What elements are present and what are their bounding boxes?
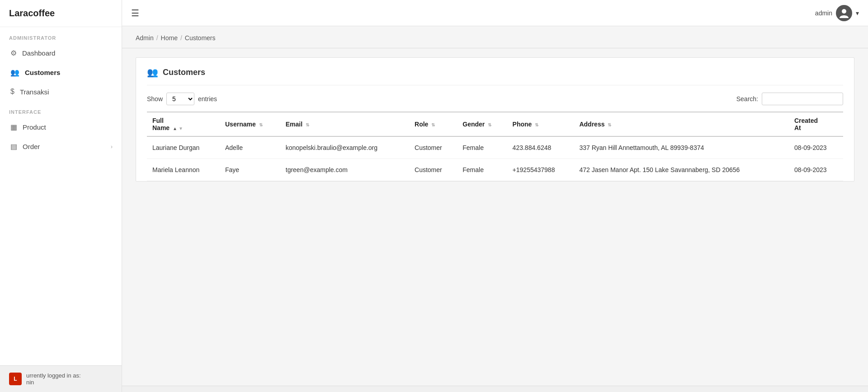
search-label: Search: xyxy=(736,95,758,103)
sidebar-item-dashboard[interactable]: ⚙ Dashboard xyxy=(0,43,122,63)
customers-card: 👥 Customers Show 5 10 25 50 100 entries xyxy=(136,57,854,182)
sort-icon-email: ⇅ xyxy=(306,122,309,127)
sidebar-footer-text: urrently logged in as: nin xyxy=(26,372,81,386)
sidebar-item-label: Product xyxy=(23,123,46,131)
col-username[interactable]: Username ⇅ xyxy=(220,112,280,136)
entries-label: entries xyxy=(198,95,217,103)
sidebar-section-label-interface: INTERFACE xyxy=(0,101,122,117)
sort-icon-phone: ⇅ xyxy=(535,122,538,127)
table-controls: Show 5 10 25 50 100 entries Search: xyxy=(147,93,843,105)
card-header: 👥 Customers xyxy=(147,67,843,85)
sort-icon-role: ⇅ xyxy=(431,122,435,127)
cell-email: tgreen@example.com xyxy=(280,159,409,181)
col-email[interactable]: Email ⇅ xyxy=(280,112,409,136)
order-icon: ▤ xyxy=(10,142,17,151)
show-label: Show xyxy=(147,95,163,103)
sidebar-item-label: Dashboard xyxy=(22,49,55,57)
content-area: Admin / Home / Customers 👥 Customers Sho… xyxy=(122,26,868,386)
cell-created-at: 08-09-2023 xyxy=(789,159,843,181)
sort-icon-username: ⇅ xyxy=(259,122,263,127)
cell-gender: Female xyxy=(457,159,507,181)
col-phone[interactable]: Phone ⇅ xyxy=(507,112,574,136)
col-role[interactable]: Role ⇅ xyxy=(409,112,457,136)
sidebar-item-transaksi[interactable]: $ Transaksi xyxy=(0,82,122,101)
table-row: Lauriane Durgan Adelle konopelski.brauli… xyxy=(147,136,843,159)
sort-down-icon: ▼ xyxy=(179,126,183,131)
product-icon: ▦ xyxy=(10,123,17,131)
avatar xyxy=(836,5,852,21)
sidebar-item-label: Order xyxy=(23,143,40,150)
breadcrumb-bar: Admin / Home / Customers xyxy=(122,26,868,48)
table-row: Mariela Leannon Faye tgreen@example.com … xyxy=(147,159,843,181)
breadcrumb-sep-2: / xyxy=(180,34,182,42)
cell-phone: 423.884.6248 xyxy=(507,136,574,159)
col-gender[interactable]: Gender ⇅ xyxy=(457,112,507,136)
entries-select[interactable]: 5 10 25 50 100 xyxy=(166,93,194,105)
breadcrumb-admin[interactable]: Admin xyxy=(136,34,154,42)
breadcrumb-customers: Customers xyxy=(185,34,216,42)
sidebar-item-label: Transaksi xyxy=(20,88,49,96)
sidebar-item-label: Customers xyxy=(25,69,60,76)
chevron-right-icon: › xyxy=(111,143,113,150)
logged-in-username: nin xyxy=(26,379,34,386)
user-menu[interactable]: admin ▾ xyxy=(815,5,859,21)
cell-address: 472 Jasen Manor Apt. 150 Lake Savannaber… xyxy=(574,159,789,181)
show-entries-control: Show 5 10 25 50 100 entries xyxy=(147,93,217,105)
search-control: Search: xyxy=(736,93,843,105)
cell-username: Faye xyxy=(220,159,280,181)
cell-full-name: Mariela Leannon xyxy=(147,159,220,181)
laravel-logo: L xyxy=(9,373,22,385)
breadcrumb-home[interactable]: Home xyxy=(161,34,178,42)
topbar: ☰ admin ▾ xyxy=(122,0,868,26)
sidebar-section-label-administrator: ADMINISTRATOR xyxy=(0,27,122,43)
card-title: Customers xyxy=(163,68,205,77)
cell-role: Customer xyxy=(409,136,457,159)
sort-up-icon: ▲ xyxy=(173,126,177,131)
cell-address: 337 Ryan Hill Annettamouth, AL 89939-837… xyxy=(574,136,789,159)
table-header-row: FullName ▲▼ Username ⇅ Email ⇅ Role ⇅ xyxy=(147,112,843,136)
svg-point-0 xyxy=(842,9,846,14)
sidebar-item-product[interactable]: ▦ Product xyxy=(0,117,122,137)
cell-username: Adelle xyxy=(220,136,280,159)
sidebar-section-interface: INTERFACE ▦ Product ▤ Order › xyxy=(0,101,122,156)
cell-phone: +19255437988 xyxy=(507,159,574,181)
col-created-at: CreatedAt xyxy=(789,112,843,136)
caret-down-icon: ▾ xyxy=(856,9,859,17)
gear-icon: ⚙ xyxy=(10,49,17,57)
cell-email: konopelski.braulio@example.org xyxy=(280,136,409,159)
breadcrumb: Admin / Home / Customers xyxy=(136,34,854,42)
menu-toggle-icon[interactable]: ☰ xyxy=(131,8,139,19)
sidebar-footer: L urrently logged in as: nin xyxy=(0,365,122,392)
sidebar-item-order[interactable]: ▤ Order › xyxy=(0,137,122,156)
username-label: admin xyxy=(815,9,832,17)
cell-role: Customer xyxy=(409,159,457,181)
sidebar: Laracoffee ADMINISTRATOR ⚙ Dashboard 👥 C… xyxy=(0,0,122,392)
sort-icon-address: ⇅ xyxy=(608,122,611,127)
col-full-name[interactable]: FullName ▲▼ xyxy=(147,112,220,136)
customers-header-icon: 👥 xyxy=(147,67,158,78)
col-address[interactable]: Address ⇅ xyxy=(574,112,789,136)
sidebar-section-administrator: ADMINISTRATOR ⚙ Dashboard 👥 Customers $ … xyxy=(0,27,122,101)
breadcrumb-sep-1: / xyxy=(156,34,158,42)
cell-gender: Female xyxy=(457,136,507,159)
search-input[interactable] xyxy=(762,93,843,105)
customers-icon: 👥 xyxy=(10,68,19,77)
cell-created-at: 08-09-2023 xyxy=(789,136,843,159)
cell-full-name: Lauriane Durgan xyxy=(147,136,220,159)
logged-in-label: urrently logged in as: xyxy=(26,372,81,379)
horizontal-scrollbar[interactable] xyxy=(122,386,868,392)
customers-table: FullName ▲▼ Username ⇅ Email ⇅ Role ⇅ xyxy=(147,112,843,181)
table-body: Lauriane Durgan Adelle konopelski.brauli… xyxy=(147,136,843,181)
sidebar-item-customers[interactable]: 👥 Customers xyxy=(0,63,122,82)
main-content: ☰ admin ▾ Admin / Home / Customers xyxy=(122,0,868,392)
dollar-icon: $ xyxy=(10,88,14,96)
brand-logo: Laracoffee xyxy=(0,0,122,27)
sort-icon-gender: ⇅ xyxy=(488,122,491,127)
